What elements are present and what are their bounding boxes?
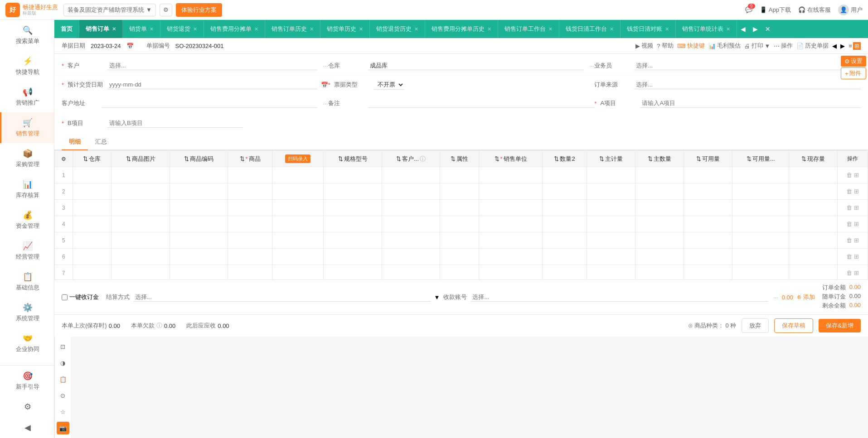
scan-button[interactable]: 扫码录入	[285, 154, 310, 163]
delete-icon[interactable]: 🗑	[846, 253, 852, 260]
right-panel-icon-2[interactable]: ◑	[57, 356, 69, 369]
row-2-spec[interactable]	[324, 183, 382, 200]
th-stock[interactable]: ⇅现存量	[789, 151, 838, 167]
tab-close-icon[interactable]: ✕	[414, 26, 418, 32]
notification-area[interactable]: 💬 9	[745, 6, 752, 13]
sidebar-item-settings-bottom[interactable]: ⚙	[0, 396, 54, 417]
copy-icon[interactable]: ⊞	[854, 204, 859, 211]
row-4-stock[interactable]	[789, 216, 838, 232]
row-2-customer-code[interactable]	[382, 183, 440, 200]
th-unit[interactable]: ⇅*销售单位	[479, 151, 543, 167]
system-selector[interactable]: 装备及固定资产辅助管理系统 ▼	[63, 4, 156, 16]
row-4-warehouse[interactable]	[73, 216, 112, 232]
row-6-spec[interactable]	[324, 249, 382, 265]
delivery-calendar-icon[interactable]: 📅	[321, 82, 328, 88]
tab-close-icon[interactable]: ✕	[112, 26, 116, 32]
row-4-customer-code[interactable]	[382, 216, 440, 232]
row-4-spec[interactable]	[324, 216, 382, 232]
print-btn[interactable]: 🖨 打印 ▼	[744, 42, 771, 50]
row-5-property[interactable]	[440, 232, 479, 249]
tab-close-icon[interactable]: ✕	[193, 26, 197, 32]
sidebar-item-sales[interactable]: 🛒 销售管理	[0, 112, 54, 143]
row-7-code[interactable]	[170, 265, 228, 280]
receipt-input[interactable]	[470, 293, 768, 302]
view-btn[interactable]: ▶ 视频	[635, 42, 653, 50]
tab-close-icon[interactable]: ✕	[150, 26, 154, 32]
row-2-image[interactable]	[112, 183, 170, 200]
row-5-spec[interactable]	[324, 232, 382, 249]
row-1-available-more[interactable]	[732, 167, 789, 183]
row-4-product[interactable]	[228, 216, 272, 232]
row-1-stock[interactable]	[789, 167, 838, 183]
copy-icon[interactable]: ⊞	[854, 172, 859, 178]
row-5-warehouse[interactable]	[73, 232, 112, 249]
th-scan[interactable]: 扫码录入	[272, 151, 324, 167]
tab-slip-history[interactable]: 销货单历史 ✕	[320, 20, 370, 38]
tab-sales-order[interactable]: 销售订单 ✕	[79, 20, 123, 38]
delete-icon[interactable]: 🗑	[846, 237, 852, 244]
row-2-available-more[interactable]	[732, 183, 789, 200]
row-7-warehouse[interactable]	[73, 265, 112, 280]
add-receipt-btn[interactable]: ⊕ 添加	[797, 293, 815, 301]
online-service[interactable]: 🎧 在线客服	[798, 6, 831, 14]
tab-close-icon[interactable]: ✕	[548, 26, 553, 32]
row-6-image[interactable]	[112, 249, 170, 265]
row-4-main-unit[interactable]	[587, 216, 635, 232]
row-2-stock[interactable]	[789, 183, 838, 200]
row-6-property[interactable]	[440, 249, 479, 265]
th-settings[interactable]: ⚙	[55, 151, 73, 167]
row-1-warehouse[interactable]	[73, 167, 112, 183]
right-panel-icon-4[interactable]: ⊙	[57, 389, 69, 402]
row-7-qty2[interactable]	[543, 265, 587, 280]
tab-close-icon[interactable]: ✕	[310, 26, 314, 32]
row-2-qty2[interactable]	[543, 183, 587, 200]
sidebar-item-finance[interactable]: 💰 资金管理	[0, 205, 54, 236]
row-1-code[interactable]	[170, 167, 228, 183]
row-3-main-qty[interactable]	[635, 200, 684, 216]
tab-close-icon[interactable]: ✕	[665, 26, 669, 32]
row-5-code[interactable]	[170, 232, 228, 249]
row-6-qty2[interactable]	[543, 249, 587, 265]
tab-close-icon[interactable]: ✕	[610, 26, 614, 32]
row-1-unit[interactable]	[479, 167, 543, 183]
row-7-customer-code[interactable]	[382, 265, 440, 280]
th-warehouse[interactable]: ⇅仓库	[73, 151, 112, 167]
row-5-qty2[interactable]	[543, 232, 587, 249]
one-click-checkbox[interactable]	[62, 294, 68, 300]
row-4-qty2[interactable]	[543, 216, 587, 232]
copy-icon[interactable]: ⊞	[854, 188, 859, 195]
row-3-stock[interactable]	[789, 200, 838, 216]
shortcut-btn[interactable]: ⌨ 快捷键	[677, 42, 705, 50]
salesperson-input[interactable]	[634, 61, 850, 70]
row-3-image[interactable]	[112, 200, 170, 216]
tab-prev-arrow[interactable]: ◀	[737, 25, 749, 33]
tab-close-icon[interactable]: ✕	[359, 26, 363, 32]
row-1-spec[interactable]	[324, 167, 382, 183]
sidebar-item-basic-info[interactable]: 📋 基础信息	[0, 266, 54, 297]
row-7-image[interactable]	[112, 265, 170, 280]
invoice-select[interactable]: 不开票	[374, 80, 404, 90]
row-5-image[interactable]	[112, 232, 170, 249]
row-7-main-qty[interactable]	[635, 265, 684, 280]
tab-sales-slip[interactable]: 销货单 ✕	[123, 20, 160, 38]
delete-icon[interactable]: 🗑	[846, 221, 852, 227]
customer-expand-icon[interactable]: ···	[323, 63, 328, 69]
row-7-available-more[interactable]	[732, 265, 789, 280]
user-area[interactable]: 👤 用户	[838, 5, 863, 15]
remark-input[interactable]	[368, 99, 595, 108]
sidebar-item-inventory[interactable]: 📊 库存核算	[0, 174, 54, 205]
tab-next-arrow[interactable]: ▶	[749, 25, 761, 33]
tab-close-icon[interactable]: ✕	[254, 26, 258, 32]
row-7-unit[interactable]	[479, 265, 543, 280]
save-draft-button[interactable]: 保存草稿	[774, 318, 813, 333]
settlement-input[interactable]	[133, 293, 431, 302]
settings-form-btn[interactable]: ⚙ 设置	[841, 56, 866, 67]
th-code[interactable]: ⇅商品编码	[170, 151, 228, 167]
row-6-available-more[interactable]	[732, 249, 789, 265]
row-5-product[interactable]	[228, 232, 272, 249]
row-1-property[interactable]	[440, 167, 479, 183]
tab-home[interactable]: 首页	[54, 25, 79, 33]
row-6-main-qty[interactable]	[635, 249, 684, 265]
row-4-unit[interactable]	[479, 216, 543, 232]
row-7-product[interactable]	[228, 265, 272, 280]
